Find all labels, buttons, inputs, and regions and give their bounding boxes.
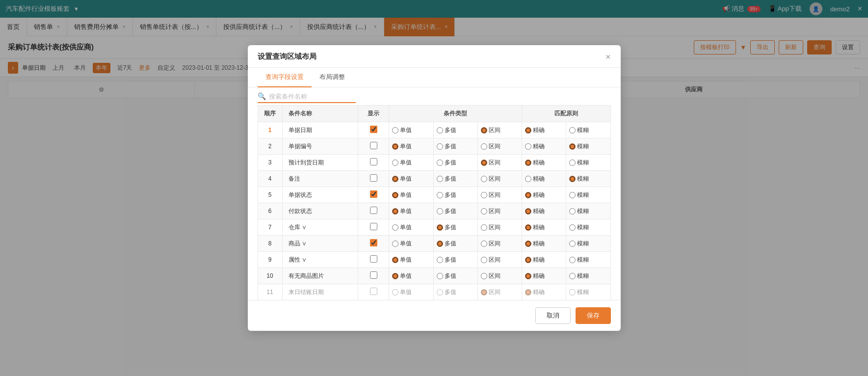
row-type-多值[interactable]: 多值	[433, 155, 477, 171]
row-type-区间[interactable]: 区间	[477, 203, 522, 219]
row-type-区间[interactable]: 区间	[477, 155, 522, 171]
row-type-单值[interactable]: 单值	[389, 236, 433, 252]
row-match-精确[interactable]: 精确	[522, 155, 566, 171]
row-display[interactable]	[358, 155, 389, 171]
row-name: 预计到货日期	[282, 155, 358, 171]
row-type-多值[interactable]: 多值	[433, 268, 477, 284]
row-type-区间[interactable]: 区间	[477, 268, 522, 284]
row-display[interactable]	[358, 203, 389, 219]
row-match-精确[interactable]: 精确	[522, 252, 566, 268]
row-type-多值[interactable]: 多值	[433, 236, 477, 252]
row-type-多值[interactable]: 多值	[433, 122, 477, 138]
row-display[interactable]	[358, 138, 389, 155]
row-type-区间[interactable]: 区间	[477, 252, 522, 268]
dialog-search: 🔍	[248, 87, 621, 105]
row-match-模糊[interactable]: 模糊	[566, 268, 610, 284]
row-type-单值[interactable]: 单值	[389, 138, 433, 155]
display-checkbox[interactable]	[370, 239, 377, 246]
row-type-单值[interactable]: 单值	[389, 252, 433, 268]
row-name: 备注	[282, 171, 358, 187]
row-match-模糊[interactable]: 模糊	[566, 203, 610, 219]
row-type-多值[interactable]: 多值	[433, 284, 477, 300]
row-name: 有无商品图片	[282, 268, 358, 284]
row-display[interactable]	[358, 187, 389, 203]
row-type-多值[interactable]: 多值	[433, 171, 477, 187]
dialog-tab-layout[interactable]: 布局调整	[312, 68, 353, 87]
row-match-精确[interactable]: 精确	[522, 219, 566, 236]
display-checkbox[interactable]	[370, 190, 377, 198]
row-match-精确[interactable]: 精确	[522, 284, 566, 300]
search-wrap: 🔍	[258, 92, 356, 103]
row-type-单值[interactable]: 单值	[389, 284, 433, 300]
row-match-精确[interactable]: 精确	[522, 268, 566, 284]
row-match-精确[interactable]: 精确	[522, 122, 566, 138]
row-type-多值[interactable]: 多值	[433, 187, 477, 203]
row-match-模糊[interactable]: 模糊	[566, 138, 610, 155]
dialog-table-wrap[interactable]: 顺序 条件名称 显示 条件类型 匹配原则 1单据日期单值多值区间精确模糊2单据编…	[248, 105, 621, 300]
row-display[interactable]	[358, 171, 389, 187]
row-match-精确[interactable]: 精确	[522, 138, 566, 155]
row-type-单值[interactable]: 单值	[389, 219, 433, 236]
row-match-模糊[interactable]: 模糊	[566, 155, 610, 171]
row-match-模糊[interactable]: 模糊	[566, 252, 610, 268]
modal-overlay: 设置查询区域布局 × 查询字段设置 布局调整 🔍	[0, 0, 868, 376]
dialog-tabs: 查询字段设置 布局调整	[248, 68, 621, 87]
display-checkbox[interactable]	[370, 158, 377, 165]
display-checkbox[interactable]	[370, 288, 377, 295]
display-checkbox[interactable]	[370, 174, 377, 182]
dialog-tab-fields[interactable]: 查询字段设置	[258, 68, 312, 87]
row-display[interactable]	[358, 219, 389, 236]
th-display: 显示	[358, 106, 389, 122]
row-display[interactable]	[358, 284, 389, 300]
row-display[interactable]	[358, 122, 389, 138]
row-match-精确[interactable]: 精确	[522, 171, 566, 187]
row-type-区间[interactable]: 区间	[477, 236, 522, 252]
row-type-单值[interactable]: 单值	[389, 122, 433, 138]
row-display[interactable]	[358, 268, 389, 284]
row-type-多值[interactable]: 多值	[433, 203, 477, 219]
save-button[interactable]: 保存	[576, 307, 611, 324]
row-display[interactable]	[358, 252, 389, 268]
row-order: 6	[258, 203, 282, 219]
row-match-模糊[interactable]: 模糊	[566, 122, 610, 138]
row-type-多值[interactable]: 多值	[433, 252, 477, 268]
row-match-精确[interactable]: 精确	[522, 203, 566, 219]
row-order: 1	[258, 122, 282, 138]
display-checkbox[interactable]	[370, 271, 377, 279]
row-match-模糊[interactable]: 模糊	[566, 171, 610, 187]
cancel-button[interactable]: 取消	[535, 307, 571, 324]
row-match-精确[interactable]: 精确	[522, 187, 566, 203]
display-checkbox[interactable]	[370, 142, 377, 149]
row-type-单值[interactable]: 单值	[389, 203, 433, 219]
dialog-close-button[interactable]: ×	[605, 53, 611, 61]
row-match-模糊[interactable]: 模糊	[566, 187, 610, 203]
row-order: 5	[258, 187, 282, 203]
th-name: 条件名称	[282, 106, 358, 122]
search-input[interactable]	[269, 93, 356, 100]
row-type-单值[interactable]: 单值	[389, 171, 433, 187]
row-type-区间[interactable]: 区间	[477, 187, 522, 203]
row-match-模糊[interactable]: 模糊	[566, 219, 610, 236]
row-match-模糊[interactable]: 模糊	[566, 284, 610, 300]
display-checkbox[interactable]	[370, 126, 377, 133]
display-checkbox[interactable]	[370, 223, 377, 230]
row-type-区间[interactable]: 区间	[477, 122, 522, 138]
row-type-区间[interactable]: 区间	[477, 284, 522, 300]
row-type-多值[interactable]: 多值	[433, 219, 477, 236]
row-type-区间[interactable]: 区间	[477, 219, 522, 236]
row-display[interactable]	[358, 236, 389, 252]
row-type-多值[interactable]: 多值	[433, 138, 477, 155]
row-type-区间[interactable]: 区间	[477, 138, 522, 155]
dialog-body: 顺序 条件名称 显示 条件类型 匹配原则 1单据日期单值多值区间精确模糊2单据编…	[248, 105, 621, 300]
row-type-单值[interactable]: 单值	[389, 155, 433, 171]
row-name: 单据编号	[282, 138, 358, 155]
row-type-单值[interactable]: 单值	[389, 268, 433, 284]
row-match-精确[interactable]: 精确	[522, 236, 566, 252]
th-match: 匹配原则	[522, 106, 610, 122]
display-checkbox[interactable]	[370, 207, 377, 214]
display-checkbox[interactable]	[370, 255, 377, 263]
dialog-table: 顺序 条件名称 显示 条件类型 匹配原则 1单据日期单值多值区间精确模糊2单据编…	[258, 105, 611, 300]
row-type-区间[interactable]: 区间	[477, 171, 522, 187]
row-match-模糊[interactable]: 模糊	[566, 236, 610, 252]
row-type-单值[interactable]: 单值	[389, 187, 433, 203]
